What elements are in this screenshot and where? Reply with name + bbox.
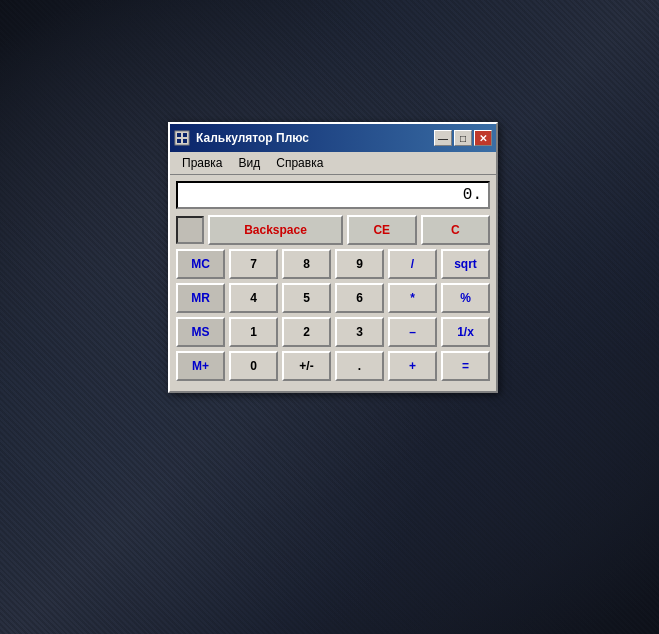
svg-rect-4 — [183, 139, 187, 143]
close-button[interactable]: ✕ — [474, 130, 492, 146]
window-controls: — □ ✕ — [434, 130, 492, 146]
window-title: Калькулятор Плюс — [196, 131, 430, 145]
calculator-window: Калькулятор Плюс — □ ✕ Правка Вид Справк… — [168, 122, 498, 393]
subtract-button[interactable]: – — [388, 317, 437, 347]
menu-item-view[interactable]: Вид — [231, 154, 269, 172]
seven-button[interactable]: 7 — [229, 249, 278, 279]
menu-bar: Правка Вид Справка — [170, 152, 496, 175]
svg-rect-3 — [177, 139, 181, 143]
minimize-button[interactable]: — — [434, 130, 452, 146]
sqrt-button[interactable]: sqrt — [441, 249, 490, 279]
nine-button[interactable]: 9 — [335, 249, 384, 279]
decimal-button[interactable]: . — [335, 351, 384, 381]
button-row-2: MR 4 5 6 * % — [176, 283, 490, 313]
ce-button[interactable]: CE — [347, 215, 417, 245]
button-row-0: Backspace CE C — [176, 215, 490, 245]
button-row-3: MS 1 2 3 – 1/x — [176, 317, 490, 347]
button-row-4: M+ 0 +/- . + = — [176, 351, 490, 381]
percent-button[interactable]: % — [441, 283, 490, 313]
backspace-button[interactable]: Backspace — [208, 215, 343, 245]
divide-button[interactable]: / — [388, 249, 437, 279]
svg-rect-2 — [183, 133, 187, 137]
four-button[interactable]: 4 — [229, 283, 278, 313]
menu-item-help[interactable]: Справка — [268, 154, 331, 172]
window-icon — [174, 130, 190, 146]
calculator-body: 0. Backspace CE C MC 7 8 9 / sqrt MR 4 5… — [170, 175, 496, 391]
three-button[interactable]: 3 — [335, 317, 384, 347]
zero-button[interactable]: 0 — [229, 351, 278, 381]
five-button[interactable]: 5 — [282, 283, 331, 313]
reciprocal-button[interactable]: 1/x — [441, 317, 490, 347]
display-value: 0. — [463, 186, 482, 204]
add-button[interactable]: + — [388, 351, 437, 381]
plusminus-button[interactable]: +/- — [282, 351, 331, 381]
svg-rect-1 — [177, 133, 181, 137]
maximize-button[interactable]: □ — [454, 130, 472, 146]
eight-button[interactable]: 8 — [282, 249, 331, 279]
button-row-1: MC 7 8 9 / sqrt — [176, 249, 490, 279]
two-button[interactable]: 2 — [282, 317, 331, 347]
equals-button[interactable]: = — [441, 351, 490, 381]
ms-button[interactable]: MS — [176, 317, 225, 347]
one-button[interactable]: 1 — [229, 317, 278, 347]
display-field: 0. — [176, 181, 490, 209]
mplus-button[interactable]: M+ — [176, 351, 225, 381]
mr-button[interactable]: MR — [176, 283, 225, 313]
menu-item-edit[interactable]: Правка — [174, 154, 231, 172]
memory-display — [176, 216, 204, 244]
c-button[interactable]: C — [421, 215, 491, 245]
six-button[interactable]: 6 — [335, 283, 384, 313]
mc-button[interactable]: MC — [176, 249, 225, 279]
multiply-button[interactable]: * — [388, 283, 437, 313]
title-bar: Калькулятор Плюс — □ ✕ — [170, 124, 496, 152]
